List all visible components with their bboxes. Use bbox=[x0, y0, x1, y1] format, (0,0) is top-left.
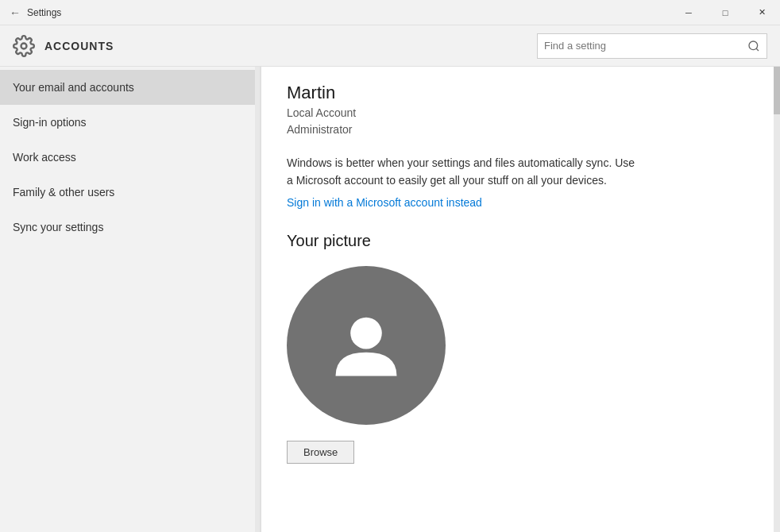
sidebar-item-family[interactable]: Family & other users bbox=[0, 175, 260, 210]
title-bar-controls: ─ □ ✕ bbox=[670, 0, 780, 25]
sidebar-scrollbar bbox=[255, 67, 260, 532]
sidebar-item-label-your-email: Your email and accounts bbox=[13, 81, 134, 94]
sidebar-item-label-sync: Sync your settings bbox=[13, 221, 103, 233]
browse-button[interactable]: Browse bbox=[287, 441, 354, 464]
sidebar-item-work-access[interactable]: Work access bbox=[0, 140, 260, 175]
sidebar: Your email and accounts Sign-in options … bbox=[0, 67, 261, 532]
search-input[interactable] bbox=[538, 40, 741, 52]
back-icon[interactable]: ← bbox=[10, 6, 21, 19]
svg-point-3 bbox=[350, 318, 382, 349]
content-scrollbar[interactable] bbox=[774, 67, 780, 532]
sidebar-item-label-sign-in: Sign-in options bbox=[13, 116, 87, 129]
sidebar-item-your-email[interactable]: Your email and accounts bbox=[0, 70, 260, 105]
your-picture-label: Your picture bbox=[287, 232, 748, 250]
title-bar-left: ← Settings bbox=[10, 6, 61, 19]
sync-message: Windows is better when your settings and… bbox=[287, 154, 636, 190]
sidebar-item-sync[interactable]: Sync your settings bbox=[0, 210, 260, 245]
search-box bbox=[537, 33, 767, 59]
svg-point-0 bbox=[21, 43, 27, 48]
svg-line-2 bbox=[756, 48, 759, 51]
account-type: Local Account bbox=[287, 105, 748, 121]
window-title: Settings bbox=[27, 7, 61, 18]
content-area: Martin Local Account Administrator Windo… bbox=[261, 67, 774, 532]
content-scrollbar-thumb[interactable] bbox=[774, 67, 780, 114]
minimize-button[interactable]: ─ bbox=[670, 0, 707, 25]
search-button[interactable] bbox=[741, 33, 766, 59]
user-role: Administrator bbox=[287, 121, 748, 138]
svg-point-1 bbox=[749, 41, 758, 50]
avatar-icon bbox=[322, 302, 410, 389]
sidebar-item-label-family: Family & other users bbox=[13, 186, 114, 199]
user-name: Martin bbox=[287, 83, 748, 103]
title-bar: ← Settings ─ □ ✕ bbox=[0, 0, 780, 25]
app-header: ACCOUNTS bbox=[0, 25, 780, 67]
sidebar-item-label-work-access: Work access bbox=[13, 151, 76, 164]
maximize-button[interactable]: □ bbox=[707, 0, 743, 25]
main-layout: Your email and accounts Sign-in options … bbox=[0, 67, 780, 532]
search-icon bbox=[747, 40, 760, 52]
avatar bbox=[287, 266, 446, 425]
gear-icon bbox=[13, 35, 35, 57]
ms-account-link[interactable]: Sign in with a Microsoft account instead bbox=[287, 196, 482, 209]
sidebar-item-sign-in[interactable]: Sign-in options bbox=[0, 105, 260, 140]
app-title: ACCOUNTS bbox=[44, 40, 114, 52]
close-button[interactable]: ✕ bbox=[743, 0, 780, 25]
app-header-left: ACCOUNTS bbox=[13, 35, 114, 57]
